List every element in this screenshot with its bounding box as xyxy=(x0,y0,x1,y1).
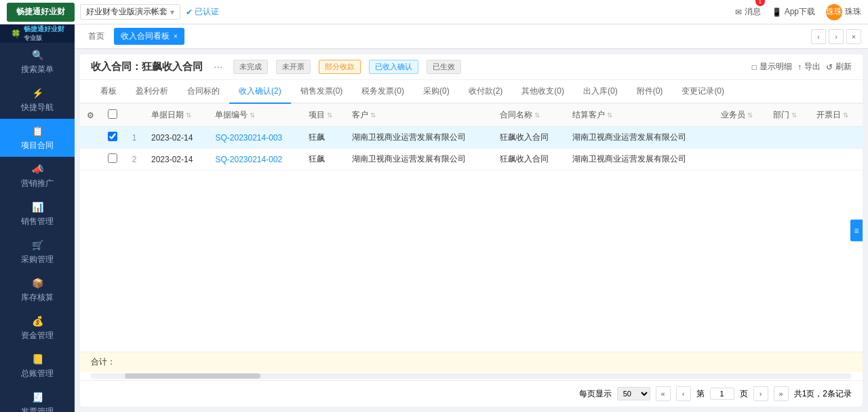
sidebar-item-ledger[interactable]: 📒 总账管理 xyxy=(0,347,75,385)
cell-project-2: 狂飙 xyxy=(302,149,345,170)
sidebar-logo: 🍀 畅捷通好业财 专业版 xyxy=(0,24,75,43)
sidebar-item-search[interactable]: 🔍 搜索菜单 xyxy=(0,43,75,81)
export-btn[interactable]: ↑ 导出 xyxy=(797,61,821,73)
th-open-date[interactable]: 开票日 ⇅ xyxy=(810,104,863,127)
status-uncomplete-btn[interactable]: 未完成 xyxy=(233,60,268,74)
scrollbar-thumb[interactable] xyxy=(125,373,260,379)
check-icon: ✔ xyxy=(186,7,193,17)
sort-icon-date: ⇅ xyxy=(186,111,191,119)
tab-payment[interactable]: 收付款(2) xyxy=(459,80,513,104)
tab-sales-invoice[interactable]: 销售发票(0) xyxy=(291,80,353,104)
settings-icon[interactable]: ⚙ xyxy=(87,111,94,120)
tab-bar: 首页 收入合同看板 × ‹ › × xyxy=(75,24,868,49)
horizontal-scrollbar[interactable] xyxy=(91,373,852,379)
per-page-select[interactable]: 50 20 100 xyxy=(617,387,650,400)
th-order-no[interactable]: 单据编号 ⇅ xyxy=(208,104,302,127)
right-float-btn[interactable]: ≡ xyxy=(850,219,863,242)
avatar: 珠珠 xyxy=(826,4,842,20)
sidebar-marketing-label: 营销推广 xyxy=(21,178,54,189)
status-confirmed-btn[interactable]: 已收入确认 xyxy=(369,60,418,74)
app-download-btn[interactable]: 📱 App下载 xyxy=(772,6,815,18)
order-link-2[interactable]: SQ-20230214-002 xyxy=(215,155,282,164)
sort-icon-settle: ⇅ xyxy=(607,111,612,119)
page-unit: 页 xyxy=(740,388,748,400)
per-page-label: 每页显示 xyxy=(579,388,612,400)
table-row[interactable]: 2 2023-02-14 SQ-20230214-002 狂飙 湖南卫视商业运营… xyxy=(80,149,863,170)
th-settle-customer[interactable]: 结算客户 ⇅ xyxy=(566,104,713,127)
sidebar-item-marketing[interactable]: 📣 营销推广 xyxy=(0,157,75,195)
cell-salesperson-1 xyxy=(714,127,767,149)
th-settings[interactable]: ⚙ xyxy=(80,104,101,127)
sidebar-item-inventory[interactable]: 📦 库存核算 xyxy=(0,271,75,309)
tab-other-income[interactable]: 其他收支(0) xyxy=(512,80,574,104)
sidebar-item-sales[interactable]: 📊 销售管理 xyxy=(0,195,75,233)
tab-home[interactable]: 首页 xyxy=(81,28,111,45)
app-logo: 畅捷通好业财 xyxy=(7,3,75,22)
cell-orderno-2[interactable]: SQ-20230214-002 xyxy=(208,149,302,170)
message-icon: ✉ xyxy=(735,7,742,17)
th-customer[interactable]: 客户 ⇅ xyxy=(345,104,493,127)
tab-income-board[interactable]: 收入合同看板 × xyxy=(114,28,184,45)
tab-prev-btn[interactable]: ‹ xyxy=(811,29,826,44)
status-uninvoiced-btn[interactable]: 未开票 xyxy=(276,60,311,74)
show-detail-btn[interactable]: □ 显示明细 xyxy=(752,61,792,73)
th-salesperson[interactable]: 业务员 ⇅ xyxy=(714,104,767,127)
sidebar-item-fund[interactable]: 💰 资金管理 xyxy=(0,309,75,347)
tab-income-board-label: 收入合同看板 xyxy=(121,31,170,42)
sidebar-item-purchase[interactable]: 🛒 采购管理 xyxy=(0,233,75,271)
show-detail-label: 显示明细 xyxy=(760,61,792,73)
tab-change-log[interactable]: 变更记录(0) xyxy=(672,80,734,104)
pagination-bar: 每页显示 50 20 100 « ‹ 第 页 › » 共1页，2条记录 xyxy=(80,380,863,407)
tab-kanban[interactable]: 看板 xyxy=(91,80,126,104)
row-2-checkbox[interactable] xyxy=(108,153,117,163)
tab-income-confirm[interactable]: 收入确认(2) xyxy=(229,80,291,104)
tab-close-all-btn[interactable]: × xyxy=(846,29,861,44)
th-project[interactable]: 项目 ⇅ xyxy=(302,104,345,127)
refresh-btn[interactable]: ↺ 刷新 xyxy=(826,61,852,73)
tab-attachment[interactable]: 附件(0) xyxy=(627,80,673,104)
user-profile[interactable]: 珠珠 珠珠 xyxy=(826,4,861,20)
order-link-1[interactable]: SQ-20230214-003 xyxy=(215,133,282,143)
tab-profit-analysis[interactable]: 盈利分析 xyxy=(126,80,178,104)
th-checkbox[interactable] xyxy=(101,104,124,127)
sidebar-item-invoice[interactable]: 🧾 发票管理 xyxy=(0,385,75,412)
status-partial-receipt-btn[interactable]: 部分收款 xyxy=(319,60,361,74)
last-page-btn[interactable]: » xyxy=(774,386,789,401)
ledger-icon: 📒 xyxy=(31,352,44,366)
cell-checkbox-1[interactable] xyxy=(101,127,124,149)
th-department[interactable]: 部门 ⇅ xyxy=(766,104,810,127)
cell-orderno-1[interactable]: SQ-20230214-003 xyxy=(208,127,302,149)
cell-settings-1 xyxy=(80,127,101,149)
company-selector[interactable]: 好业财专业版演示帐套 ▾ xyxy=(80,4,180,20)
first-page-btn[interactable]: « xyxy=(656,386,671,401)
tab-next-btn[interactable]: › xyxy=(829,29,844,44)
th-order-date[interactable]: 单据日期 ⇅ xyxy=(144,104,208,127)
status-effective-btn[interactable]: 已生效 xyxy=(427,60,461,74)
cell-settle-2: 湖南卫视商业运营发展有限公司 xyxy=(566,149,713,170)
th-contract-name[interactable]: 合同名称 ⇅ xyxy=(493,104,566,127)
tab-close-btn[interactable]: × xyxy=(174,33,178,40)
tab-purchase[interactable]: 采购(0) xyxy=(414,80,459,104)
content-area: 首页 收入合同看板 × ‹ › × 收入合同：狂飙收入合同 ··· 未完成 未开… xyxy=(75,24,868,412)
tab-tax-invoice[interactable]: 税务发票(0) xyxy=(352,80,414,104)
sort-icon-contract: ⇅ xyxy=(534,111,540,119)
next-page-btn[interactable]: › xyxy=(753,386,768,401)
more-options-btn[interactable]: ··· xyxy=(211,61,225,73)
invoice-icon: 🧾 xyxy=(31,390,44,404)
tab-warehouse[interactable]: 出入库(0) xyxy=(574,80,627,104)
sidebar-inventory-label: 库存核算 xyxy=(21,292,54,303)
table-row[interactable]: 1 2023-02-14 SQ-20230214-003 狂飙 湖南卫视商业运营… xyxy=(80,127,863,149)
select-all-checkbox[interactable] xyxy=(108,109,117,119)
page-input[interactable] xyxy=(710,388,734,400)
cell-date-1: 2023-02-14 xyxy=(144,127,208,149)
sidebar-sales-label: 销售管理 xyxy=(21,216,54,227)
sidebar-item-project-contract[interactable]: 📋 项目合同 xyxy=(0,119,75,157)
cell-date-2: 2023-02-14 xyxy=(144,149,208,170)
tab-contract-target[interactable]: 合同标的 xyxy=(178,80,229,104)
row-1-checkbox[interactable] xyxy=(108,132,117,141)
sidebar-item-quick-nav[interactable]: ⚡ 快捷导航 xyxy=(0,81,75,119)
message-btn[interactable]: ✉ 1 消息 xyxy=(735,6,761,18)
cell-checkbox-2[interactable] xyxy=(101,149,124,170)
top-bar-right: ✉ 1 消息 📱 App下载 珠珠 珠珠 xyxy=(735,4,861,20)
prev-page-btn[interactable]: ‹ xyxy=(676,386,691,401)
